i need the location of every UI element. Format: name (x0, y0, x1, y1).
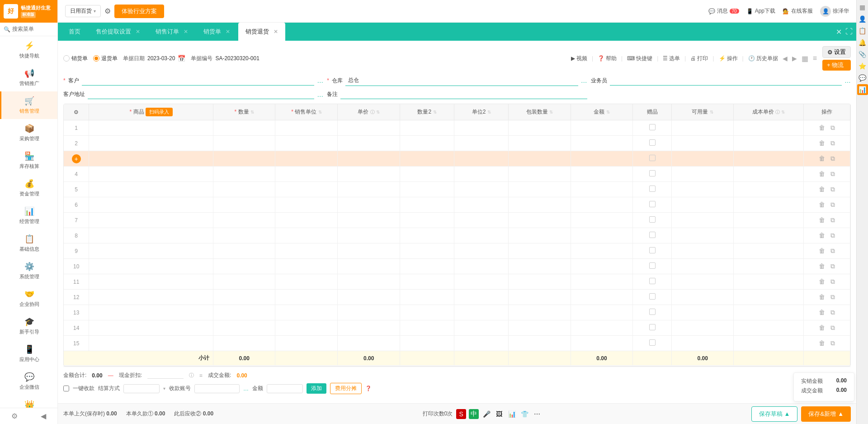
staff-picker-icon[interactable]: … (844, 77, 851, 84)
copy-btn-5[interactable]: ⧉ (829, 185, 837, 194)
sidebar-item-member[interactable]: 👑 畅会员 (0, 395, 57, 408)
sidebar-item-sales[interactable]: 🛒 销售管理 (0, 91, 57, 119)
goods-cell-1[interactable] (89, 120, 213, 136)
gift-cell-8[interactable] (633, 228, 672, 243)
unit-price-cell-14[interactable] (338, 320, 400, 336)
settings-bottom-icon[interactable]: ⚙ (11, 412, 18, 420)
right-panel-icon-1[interactable]: ▦ (857, 2, 868, 13)
available-cell-9[interactable] (671, 243, 733, 259)
qty2-cell-4[interactable] (400, 167, 454, 182)
pack-qty-cell-5[interactable] (509, 182, 571, 197)
qty2-sort-icon[interactable]: ⇅ (433, 110, 437, 114)
cost-price-cell-1[interactable] (734, 120, 804, 136)
sidebar-item-purchase[interactable]: 📦 采购管理 (0, 119, 57, 147)
chevron-calc-icon[interactable]: ▾ (163, 386, 165, 391)
pack-qty-cell-8[interactable] (509, 228, 571, 243)
goods-cell-8[interactable] (89, 228, 213, 243)
cost-price-cell-4[interactable] (734, 167, 804, 182)
pack-qty-cell-4[interactable] (509, 167, 571, 182)
delete-btn-6[interactable]: 🗑 (817, 200, 827, 209)
cost-price-cell-8[interactable] (734, 228, 804, 243)
amount-cell-15[interactable] (571, 336, 632, 351)
history-btn[interactable]: 🕐 历史单据 (748, 55, 778, 62)
goods-cell-3[interactable] (89, 151, 213, 167)
sidebar-item-basic[interactable]: 📋 基础信息 (0, 229, 57, 257)
s-icon[interactable]: S (456, 409, 466, 419)
cost-price-cell-3[interactable] (734, 151, 804, 167)
unit-price-cell-13[interactable] (338, 305, 400, 320)
qty2-cell-14[interactable] (400, 320, 454, 336)
sale-unit-cell-6[interactable] (275, 197, 338, 213)
radio-return-circle[interactable] (93, 55, 99, 62)
unit2-cell-15[interactable] (454, 336, 509, 351)
sale-unit-cell-15[interactable] (275, 336, 338, 351)
pack-qty-cell-13[interactable] (509, 305, 571, 320)
qty-cell-5[interactable] (213, 182, 275, 197)
available-cell-12[interactable] (671, 290, 733, 305)
gift-cell-14[interactable] (633, 320, 672, 336)
gift-checkbox-8[interactable] (649, 232, 656, 238)
copy-btn-11[interactable]: ⧉ (829, 277, 837, 286)
qty-cell-6[interactable] (213, 197, 275, 213)
radio-sale[interactable]: 销货单 (63, 55, 88, 62)
goods-cell-14[interactable] (89, 320, 213, 336)
copy-btn-15[interactable]: ⧉ (829, 338, 837, 348)
unit2-cell-6[interactable] (454, 197, 509, 213)
save-new-button[interactable]: 保存&新增 ▲ (801, 406, 851, 422)
tab-sale-return[interactable]: 销货退货 ✕ (238, 23, 285, 41)
qty2-cell-8[interactable] (400, 228, 454, 243)
sale-unit-cell-3[interactable] (275, 151, 338, 167)
unit2-cell-11[interactable] (454, 274, 509, 290)
sale-unit-cell-14[interactable] (275, 320, 338, 336)
trial-button[interactable]: 体验行业方案 (114, 5, 164, 18)
tab-sale-price[interactable]: 售价提取设置 ✕ (89, 23, 147, 41)
gift-checkbox-14[interactable] (649, 324, 656, 330)
table-icon[interactable]: 📊 (507, 409, 517, 419)
available-cell-4[interactable] (671, 167, 733, 182)
sale-unit-cell-7[interactable] (275, 213, 338, 228)
qty-cell-2[interactable] (213, 136, 275, 151)
unit-price-cell-10[interactable] (338, 259, 400, 274)
list-view-icon[interactable]: ≡ (813, 54, 817, 62)
sale-unit-cell-2[interactable] (275, 136, 338, 151)
gift-cell-12[interactable] (633, 290, 672, 305)
sidebar-item-newbie[interactable]: 🎓 新手引导 (0, 312, 57, 340)
amount-sort-icon[interactable]: ⇅ (606, 110, 610, 114)
copy-btn-7[interactable]: ⧉ (829, 215, 837, 225)
copy-btn-6[interactable]: ⧉ (829, 200, 837, 210)
pack-qty-cell-12[interactable] (509, 290, 571, 305)
close-sale-bill-tab[interactable]: ✕ (226, 29, 230, 35)
qty-cell-13[interactable] (213, 305, 275, 320)
sidebar-item-enterprise[interactable]: 🤝 企业协同 (0, 285, 57, 312)
customer-picker-icon[interactable]: … (317, 77, 323, 84)
online-service-item[interactable]: 💁 在线客服 (783, 7, 813, 15)
add-logistics-button[interactable]: + 物流 (822, 60, 851, 71)
available-cell-14[interactable] (671, 320, 733, 336)
goods-cell-15[interactable] (89, 336, 213, 351)
expand-tab-icon[interactable]: ⛶ (845, 28, 853, 36)
amount-cell-7[interactable] (571, 213, 632, 228)
gift-checkbox-11[interactable] (649, 278, 656, 284)
calc-method-input[interactable] (123, 384, 160, 393)
gift-cell-13[interactable] (633, 305, 672, 320)
close-sale-price-tab[interactable]: ✕ (136, 29, 140, 35)
copy-btn-2[interactable]: ⧉ (829, 138, 837, 148)
industry-selector[interactable]: 日用百货 ▾ (65, 5, 101, 17)
cost-price-cell-5[interactable] (734, 182, 804, 197)
available-cell-10[interactable] (671, 259, 733, 274)
unit-price-cell-9[interactable] (338, 243, 400, 259)
fee-split-btn[interactable]: 费用分摊 (330, 383, 362, 394)
sidebar-item-shortcut[interactable]: ⚡ 快捷导航 (0, 36, 57, 64)
gift-checkbox-5[interactable] (649, 186, 656, 192)
gift-cell-11[interactable] (633, 274, 672, 290)
select-btn[interactable]: ☰ 选单 (663, 55, 680, 62)
available-cell-8[interactable] (671, 228, 733, 243)
goods-cell-2[interactable] (89, 136, 213, 151)
cost-price-cell-12[interactable] (734, 290, 804, 305)
goods-cell-11[interactable] (89, 274, 213, 290)
amount-cell-9[interactable] (571, 243, 632, 259)
amount-cell-11[interactable] (571, 274, 632, 290)
qty2-cell-9[interactable] (400, 243, 454, 259)
gift-checkbox-4[interactable] (649, 170, 656, 176)
gift-checkbox-1[interactable] (649, 124, 656, 130)
